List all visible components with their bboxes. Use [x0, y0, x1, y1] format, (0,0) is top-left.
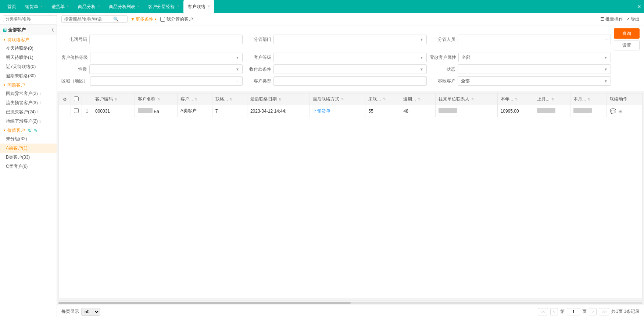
- sort-contact-icon[interactable]: ⇅: [230, 98, 233, 101]
- gear-icon[interactable]: ⚙: [63, 97, 67, 102]
- person-select[interactable]: ···: [458, 35, 611, 44]
- nav-customer-contact[interactable]: 客户联络 ×: [183, 0, 214, 13]
- customer-type-label: 客户类型: [246, 78, 271, 84]
- sidebar-item-churn-warning[interactable]: 流失预警客户(3) ℹ: [0, 98, 57, 107]
- sort-last-month-icon[interactable]: ⇅: [551, 98, 554, 101]
- sort-unit-contact-icon[interactable]: ⇅: [471, 98, 474, 101]
- prev-page-btn[interactable]: <: [550, 308, 558, 315]
- value-customers-group[interactable]: ▼ 价值客户 ↻ ✎: [0, 126, 57, 134]
- sidebar-item-declining[interactable]: 持续下滑客户(2) ℹ: [0, 117, 57, 126]
- page-number-input[interactable]: [567, 308, 580, 315]
- nav-home[interactable]: 首页: [3, 0, 21, 13]
- sidebar-item-class-b[interactable]: B类客户(33): [0, 153, 57, 162]
- region-select[interactable]: ···: [90, 76, 243, 86]
- nav-sales[interactable]: 销货单 ×: [21, 0, 47, 13]
- sort-type-icon[interactable]: ⇅: [195, 98, 198, 101]
- problem-customers-group[interactable]: ▼ 问题客户: [0, 81, 57, 89]
- sidebar-item-overdue[interactable]: 逾期未联络(30): [0, 71, 57, 81]
- unit-contact-masked: [439, 108, 457, 113]
- sidebar-item-repurchase-abnormal[interactable]: 回购异常客户(2) ℹ: [0, 89, 57, 98]
- phone-input[interactable]: [89, 35, 243, 44]
- close-segmentation-icon[interactable]: ×: [177, 0, 179, 13]
- triangle-icon: ▼: [3, 38, 6, 42]
- close-purchase-icon[interactable]: ×: [67, 0, 69, 13]
- refresh-icon[interactable]: ↻: [28, 128, 32, 133]
- scroll-thumb[interactable]: [58, 302, 351, 304]
- filter-actions: 查询 设置: [614, 28, 640, 50]
- toolbar-search-icon[interactable]: 🔍: [113, 17, 119, 22]
- last-contact-method-link[interactable]: 下销货单: [313, 108, 330, 113]
- edit-icon[interactable]: ✎: [34, 128, 37, 133]
- col-last-month: 上月... ⇅: [534, 93, 570, 105]
- info-icon-3: ℹ: [37, 110, 39, 114]
- close-product-analysis-icon[interactable]: ×: [98, 0, 100, 13]
- pending-contact-group[interactable]: ▼ 待联络客户: [0, 35, 57, 44]
- sort-name-icon[interactable]: ⇅: [157, 98, 160, 101]
- nav-customer-segmentation[interactable]: 客户分层经营 ×: [144, 0, 183, 13]
- filter-status: 状态 ▼: [430, 64, 611, 74]
- sidebar-search-input[interactable]: [3, 15, 57, 22]
- query-btn[interactable]: 查询: [614, 28, 640, 39]
- sidebar-item-ungrouped[interactable]: 未分组(32): [0, 134, 57, 144]
- close-product-list-icon[interactable]: ×: [137, 0, 140, 13]
- export-btn[interactable]: ↗ 导出: [626, 16, 640, 22]
- my-customers-checkbox[interactable]: [160, 17, 165, 22]
- toolbar: 🔍 ▼ 更多条件 ▲ 我分管的客户 ☰ 批量操作 ↗ 导出: [57, 13, 644, 25]
- nav-product-list[interactable]: 商品分析列表 ×: [104, 0, 144, 13]
- search-input[interactable]: [64, 17, 112, 22]
- retail-attr-select[interactable]: 全部 ▼: [458, 53, 611, 62]
- status-select[interactable]: ▼: [458, 64, 611, 74]
- nav-purchase[interactable]: 进货单 ×: [47, 0, 74, 13]
- pay-select[interactable]: ▼: [273, 64, 427, 74]
- more-conditions-btn[interactable]: ▼ 更多条件 ▲: [130, 16, 157, 22]
- page-size-select[interactable]: 50 100 200: [81, 308, 100, 316]
- sort-not-contacted-icon[interactable]: ⇅: [383, 98, 386, 101]
- row-contact-count: 7: [212, 105, 247, 117]
- retail-customer-select[interactable]: 全部 ▼: [458, 76, 611, 86]
- close-all-button[interactable]: ×: [637, 3, 641, 11]
- close-contact-icon[interactable]: ×: [208, 0, 210, 13]
- batch-op-btn[interactable]: ☰ 批量操作: [600, 16, 623, 22]
- dept-select[interactable]: ▼: [273, 35, 427, 44]
- message-action-icon[interactable]: 💬: [610, 108, 616, 114]
- sidebar-item-churned[interactable]: 已流失客户(24) ℹ: [0, 107, 57, 117]
- col-this-year: 本年... ⇅: [497, 93, 534, 105]
- nature-select[interactable]: ▼: [89, 64, 243, 74]
- sort-this-month-icon[interactable]: ⇅: [588, 98, 591, 101]
- qr-action-icon[interactable]: ⊞: [618, 108, 623, 114]
- customer-type-select[interactable]: [273, 76, 427, 86]
- grade-select[interactable]: ▼: [273, 53, 427, 62]
- table-row: 1 000031 Ea A类客户 7: [59, 105, 642, 117]
- sidebar-item-class-c[interactable]: C类客户(6): [0, 162, 57, 171]
- collapse-sidebar-icon[interactable]: 《: [50, 27, 54, 33]
- first-page-btn[interactable]: <<: [538, 308, 548, 315]
- sort-method-icon[interactable]: ⇅: [341, 98, 344, 101]
- row-customer-type: A类客户: [177, 105, 212, 117]
- price-grade-label: 客户价格等级: [61, 54, 88, 61]
- dept-label: 分管部门: [246, 36, 271, 43]
- horizontal-scrollbar[interactable]: [57, 300, 644, 305]
- next-page-btn[interactable]: >: [589, 308, 597, 315]
- sidebar-item-class-a[interactable]: A类客户(1): [0, 144, 57, 153]
- price-grade-select[interactable]: ▼: [90, 53, 243, 62]
- sort-this-year-icon[interactable]: ⇅: [515, 98, 518, 101]
- last-page-btn[interactable]: >>: [599, 308, 609, 315]
- sort-code-icon[interactable]: ⇅: [115, 98, 118, 101]
- name-masked-text: [138, 108, 153, 113]
- nav-product-analysis[interactable]: 商品分析 ×: [74, 0, 104, 13]
- sidebar-item-tomorrow[interactable]: 明天待联络(1): [0, 53, 57, 62]
- sidebar-item-7days[interactable]: 近7天待联络(0): [0, 62, 57, 71]
- close-sales-icon[interactable]: ×: [40, 0, 43, 13]
- info-icon-1: ℹ: [39, 91, 41, 96]
- sort-date-icon[interactable]: ⇅: [279, 98, 282, 101]
- filter-retail-attr: 零散客户属性 全部 ▼: [430, 53, 611, 62]
- my-customers-checkbox-area[interactable]: 我分管的客户: [160, 16, 193, 22]
- sort-overdue-icon[interactable]: ⇅: [418, 98, 421, 101]
- select-all-checkbox[interactable]: [74, 96, 79, 101]
- batch-icon: ☰: [600, 17, 604, 22]
- row-checkbox[interactable]: [74, 108, 79, 113]
- col-type: 客户... ⇅: [177, 93, 212, 105]
- all-customers-header[interactable]: ⊞ 全部客户 《: [0, 25, 57, 35]
- sidebar-item-today[interactable]: 今天待联络(0): [0, 44, 57, 53]
- settings-btn[interactable]: 设置: [614, 40, 640, 50]
